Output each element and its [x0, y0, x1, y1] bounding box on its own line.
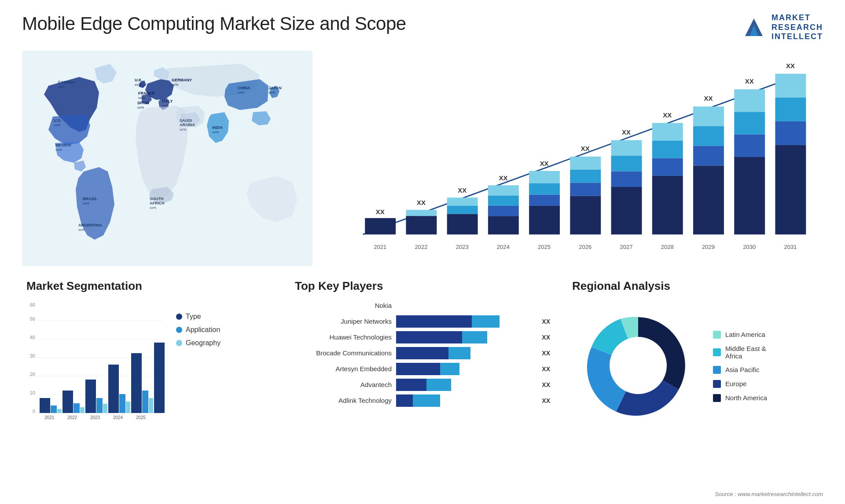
svg-text:xx%: xx%: [268, 91, 275, 95]
svg-text:MEXICO: MEXICO: [55, 143, 71, 147]
svg-rect-128: [149, 398, 153, 413]
player-brocade-bar-light: [448, 347, 470, 359]
svg-rect-111: [51, 405, 57, 413]
player-juniper-bar: [396, 315, 534, 328]
svg-text:XX: XX: [499, 175, 507, 182]
player-brocade: Brocade Communications XX: [295, 347, 550, 359]
header: Mobile Edge Computing Market Size and Sc…: [22, 13, 823, 42]
svg-rect-45: [447, 206, 478, 214]
svg-text:2027: 2027: [620, 244, 633, 250]
svg-text:xx%: xx%: [78, 228, 85, 232]
legend-latin-america: Latin America: [713, 331, 767, 339]
svg-rect-63: [570, 183, 601, 196]
donut-container: Latin America Middle East &Africa Asia P…: [572, 299, 819, 433]
player-advantech-name: Advantech: [295, 381, 392, 388]
player-juniper-name: Juniper Networks: [295, 318, 392, 325]
svg-text:40: 40: [30, 335, 35, 340]
svg-text:SAUDI: SAUDI: [180, 118, 192, 123]
svg-rect-44: [447, 197, 478, 206]
svg-text:2026: 2026: [579, 244, 592, 250]
svg-rect-69: [611, 171, 642, 186]
svg-text:XX: XX: [622, 128, 631, 135]
player-artesyn-value: XX: [542, 365, 550, 373]
svg-text:ITALY: ITALY: [162, 99, 173, 103]
player-adlink-name: Adlink Technology: [295, 397, 392, 404]
svg-text:xx%: xx%: [137, 106, 144, 110]
player-adlink-bar-light: [413, 394, 441, 407]
legend-north-america-color: [713, 394, 721, 402]
svg-rect-112: [57, 409, 62, 413]
player-adlink-bar-dark: [396, 394, 413, 407]
svg-text:XX: XX: [581, 145, 590, 152]
legend-asia-pacific-color: [713, 366, 721, 374]
svg-rect-81: [693, 146, 724, 166]
svg-rect-51: [488, 206, 519, 216]
svg-rect-120: [103, 404, 107, 413]
svg-text:ARABIA: ARABIA: [180, 123, 195, 127]
svg-text:AFRICA: AFRICA: [150, 201, 165, 205]
player-advantech-bar: [396, 379, 534, 391]
svg-rect-126: [131, 353, 142, 413]
player-advantech-value: XX: [542, 381, 550, 388]
svg-text:60: 60: [30, 302, 35, 307]
legend-north-america: North America: [713, 394, 767, 402]
player-huawei-name: Huawei Technologies: [295, 333, 392, 341]
logo-text: MARKET RESEARCH INTELLECT: [772, 13, 823, 42]
svg-text:CHINA: CHINA: [238, 86, 250, 90]
svg-text:XX: XX: [376, 208, 385, 215]
svg-text:2025: 2025: [538, 244, 551, 250]
svg-rect-88: [734, 157, 765, 234]
segmentation-title: Market Segmentation: [26, 279, 273, 293]
player-advantech: Advantech XX: [295, 379, 550, 391]
svg-text:XX: XX: [786, 62, 795, 69]
svg-rect-123: [119, 394, 125, 413]
svg-rect-86: [734, 112, 765, 134]
player-brocade-value: XX: [542, 350, 550, 357]
players-list: Nokia Juniper Networks XX Huawei Technol…: [295, 299, 550, 407]
svg-rect-40: [406, 210, 437, 216]
svg-rect-85: [734, 89, 765, 112]
svg-text:20: 20: [30, 372, 35, 377]
players-title: Top Key Players: [295, 279, 550, 293]
world-map-section: CANADA xx% U.S. xx% MEXICO xx% BRAZIL xx…: [22, 51, 312, 266]
svg-text:2023: 2023: [456, 244, 469, 250]
svg-text:2031: 2031: [784, 244, 797, 250]
svg-rect-64: [570, 196, 601, 234]
legend-latin-america-text: Latin America: [725, 331, 765, 338]
svg-text:XX: XX: [458, 187, 467, 194]
svg-text:2024: 2024: [113, 415, 123, 420]
svg-rect-58: [529, 206, 560, 234]
bottom-grid: Market Segmentation 0 10 20 30 40 50 60: [22, 275, 823, 438]
legend-europe: Europe: [713, 380, 767, 388]
svg-point-131: [610, 337, 667, 394]
svg-text:FRANCE: FRANCE: [138, 91, 155, 95]
svg-rect-122: [108, 365, 119, 413]
svg-rect-124: [126, 402, 130, 413]
svg-text:xx%: xx%: [138, 96, 145, 100]
svg-text:CANADA: CANADA: [58, 80, 75, 84]
player-artesyn-bar-dark: [396, 363, 440, 375]
svg-text:BRAZIL: BRAZIL: [83, 197, 97, 201]
svg-rect-57: [529, 194, 560, 205]
player-juniper: Juniper Networks XX: [295, 315, 550, 328]
legend-mea: Middle East &Africa: [713, 345, 767, 360]
svg-text:XX: XX: [417, 199, 426, 206]
logo-icon: [741, 14, 767, 40]
logo-container: MARKET RESEARCH INTELLECT: [741, 13, 823, 42]
player-artesyn-bar-light: [440, 363, 459, 375]
svg-rect-56: [529, 183, 560, 194]
svg-rect-41: [406, 216, 437, 234]
svg-text:2023: 2023: [90, 415, 100, 420]
svg-text:xx%: xx%: [238, 91, 244, 95]
legend-asia-pacific-text: Asia Pacific: [725, 366, 760, 373]
legend-latin-america-color: [713, 331, 721, 339]
bar-chart-svg: XX 2021 XX 2022 XX 2023 XX 2024: [330, 55, 814, 270]
svg-text:JAPAN: JAPAN: [268, 86, 282, 90]
svg-text:0: 0: [33, 409, 35, 414]
svg-rect-91: [775, 73, 806, 97]
svg-rect-61: [570, 157, 601, 170]
svg-rect-82: [693, 165, 724, 234]
svg-text:INDIA: INDIA: [212, 125, 223, 130]
svg-text:XX: XX: [663, 111, 672, 118]
svg-rect-110: [40, 398, 50, 413]
